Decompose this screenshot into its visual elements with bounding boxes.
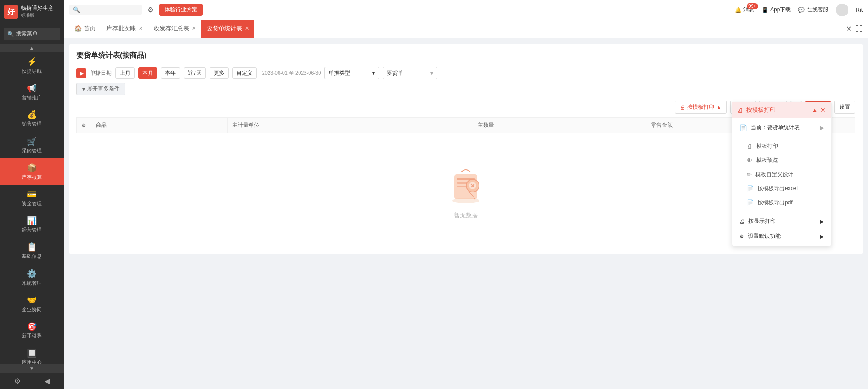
sidebar-item-operations[interactable]: 📊 经营管理 [0,211,64,237]
current-item-arrow: ▶ [820,125,824,131]
tab-inventory-batch[interactable]: 库存批次账 ✕ [101,20,148,38]
col-unit: 主计量单位 [228,118,473,133]
dropdown-set-default-item[interactable]: ⚙ 设置默认功能 ▶ [732,229,831,244]
online-service-icon: 💬 [798,7,805,13]
sidebar-collapse-btn[interactable]: ◀ [45,377,50,385]
custom-date-btn[interactable]: 自定义 [232,67,257,79]
sidebar-item-guide[interactable]: 🎯 新手引导 [0,317,64,344]
dropdown-template-pdf-item[interactable]: 📄 按模板导出pdf [732,196,831,210]
expand-more-button[interactable]: ▾ 展开更多条件 [76,83,125,95]
last-7-days-btn[interactable]: 近7天 [184,67,206,79]
sidebar-item-inventory[interactable]: 📦 库存核算 [0,158,64,185]
dropdown-close-button[interactable]: ✕ [820,106,826,114]
empty-text: 暂无数据 [454,212,478,220]
guide-label: 新手引导 [22,333,42,339]
top-search-area: 🔍 [69,5,142,15]
dropdown-expandable-section: 🖨 按显示打印 ▶ ⚙ 设置默认功能 ▶ [732,212,831,246]
apps-label: 应用中心 [22,359,42,364]
date-range-display: 2023-06-01 至 2023-06-30 [262,70,321,76]
search-menu-button[interactable]: 🔍 搜索菜单 [4,28,60,40]
app-download-link[interactable]: 📱 App下载 [762,6,791,14]
dropdown-current-label: 当前：要货单统计表 [751,124,800,131]
trial-button[interactable]: 体验行业方案 [159,4,203,16]
sidebar-logo: 好 畅捷通好生意 标准版 [0,0,64,24]
home-icon: 🏠 [75,25,82,32]
page-content: 要货单统计表(按商品) ▶ 单据日期 上月 本月 本年 近7天 更多 自定义 2… [64,38,868,389]
tab-maximize-btn[interactable]: ⛶ [855,25,863,33]
dropdown-template-print-item[interactable]: 🖨 模板打印 [732,139,831,153]
user-avatar[interactable] [836,4,848,16]
template-pdf-label: 按模板导出pdf [758,199,793,207]
dropdown-header: 🖨 按模板打印 ▲ ✕ [732,102,831,118]
settings-button[interactable]: 设置 [834,101,855,114]
finance-label: 资金管理 [22,201,42,207]
tab-home[interactable]: 🏠 首页 [69,20,101,38]
top-gear-icon[interactable]: ⚙ [147,5,154,14]
dropdown-template-preview-item[interactable]: 👁 模板预览 [732,153,831,167]
tab-order-stats[interactable]: 要货单统计表 ✕ [201,20,254,38]
sidebar-scroll-up[interactable]: ▲ [0,44,64,52]
tab-receivable-summary-close[interactable]: ✕ [192,25,196,31]
set-default-arrow: ▶ [820,233,824,240]
notification-area[interactable]: 🔔 消息 99+ [735,6,754,14]
filter-expand-button[interactable]: ▶ [76,68,86,78]
print-icon: 🖨 [680,104,685,111]
col-quantity: 主数量 [473,118,646,133]
sidebar-item-system[interactable]: ⚙️ 系统管理 [0,264,64,291]
tabs-right-controls: ✕ ⛶ [846,25,863,33]
username-label[interactable]: Rit [856,7,863,13]
filter-row2: ▾ 展开更多条件 [76,83,855,95]
cargo-filter[interactable]: 要货单 ▾ [383,67,437,79]
quick-nav-label: 快捷导航 [22,68,42,74]
template-print-label: 按模板打印 [687,103,714,111]
more-date-btn[interactable]: 更多 [210,67,229,79]
current-month-btn[interactable]: 本月 [138,67,157,79]
sidebar-scroll-down[interactable]: ▼ [0,364,64,373]
sidebar-item-purchase[interactable]: 🛒 采购管理 [0,132,64,158]
tab-receivable-summary[interactable]: 收发存汇总表 ✕ [148,20,201,38]
sidebar-item-marketing[interactable]: 📢 营销推广 [0,79,64,105]
sidebar-settings-btn[interactable]: ⚙ [14,377,20,385]
dropdown-template-design-item[interactable]: ✏ 模板自定义设计 [732,167,831,182]
sidebar-item-apps[interactable]: 🔲 应用中心 [0,344,64,364]
dropdown-print-icon: 🖨 [738,107,743,114]
sales-icon: 💰 [27,110,37,120]
online-service-link[interactable]: 💬 在线客服 [798,6,828,14]
template-print-button[interactable]: 🖨 按模板打印 ▲ [675,101,727,114]
sidebar-item-sales[interactable]: 💰 销售管理 [0,105,64,131]
current-year-btn[interactable]: 本年 [161,67,180,79]
notification-badge: 99+ [747,3,758,9]
finance-icon: 💳 [27,189,37,199]
sidebar-item-basics[interactable]: 📋 基础信息 [0,237,64,264]
tab-home-label: 首页 [84,25,95,33]
col-settings[interactable]: ⚙ [77,118,91,133]
collab-icon: 🤝 [27,295,37,305]
dropdown-template-excel-item[interactable]: 📄 按模板导出excel [732,182,831,196]
top-bar-right: 🔔 消息 99+ 📱 App下载 💬 在线客服 Rit [735,4,863,16]
tab-order-stats-close[interactable]: ✕ [245,25,249,31]
page-title: 要货单统计表(按商品) [76,51,855,61]
dropdown-display-print-item[interactable]: 🖨 按显示打印 ▶ [732,214,831,229]
dropdown-current-item[interactable]: 📄 当前：要货单统计表 ▶ [732,120,831,135]
doc-type-chevron: ▾ [372,70,375,76]
set-default-icon: ⚙ [739,233,744,240]
sidebar-item-collab[interactable]: 🤝 企业协同 [0,291,64,317]
dropdown-collapse-arrow[interactable]: ▲ [812,107,818,113]
online-service-label: 在线客服 [807,6,828,14]
sidebar-item-finance[interactable]: 💳 资金管理 [0,185,64,211]
basics-icon: 📋 [27,242,37,252]
sidebar-footer: ⚙ ◀ [0,373,64,389]
marketing-label: 营销推广 [22,95,42,101]
expand-more-label: 展开更多条件 [87,85,120,93]
dropdown-title: 按模板打印 [746,106,776,114]
tab-receivable-summary-label: 收发存汇总表 [154,25,189,33]
top-search-input[interactable] [82,7,136,13]
tab-inventory-batch-close[interactable]: ✕ [139,25,143,31]
tab-inventory-batch-label: 库存批次账 [106,25,136,33]
prev-month-btn[interactable]: 上月 [115,67,135,79]
doc-type-select[interactable]: 单据类型 ▾ [324,67,379,79]
tab-close-all-btn[interactable]: ✕ [846,25,852,33]
sidebar-item-quick-nav[interactable]: ⚡ 快捷导航 [0,52,64,79]
system-icon: ⚙️ [27,269,37,279]
template-preview-label: 模板预览 [756,157,778,164]
